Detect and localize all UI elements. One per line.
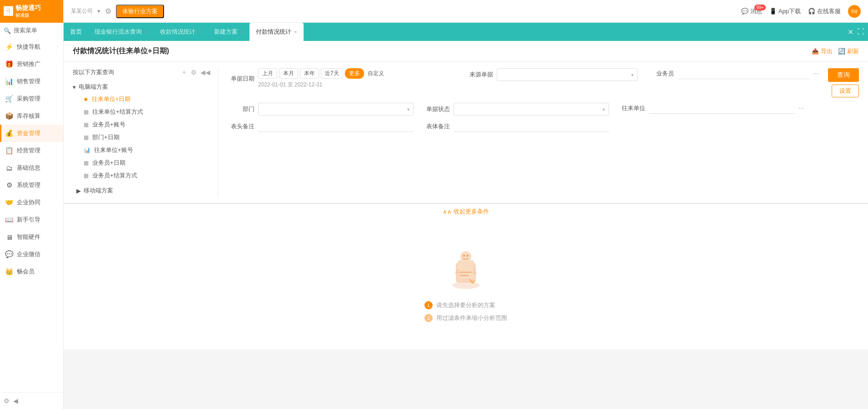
online-service-button[interactable]: 🎧 在线客服: [808, 7, 841, 15]
message-button[interactable]: 💬 消息 99+: [741, 7, 762, 15]
sidebar-item-collab[interactable]: 🤝企业协同: [0, 194, 63, 211]
bill-status-select[interactable]: ▾: [454, 103, 609, 116]
app-label: App下载: [778, 7, 801, 15]
sidebar-item-operation[interactable]: 📋经营管理: [0, 142, 63, 159]
tab-label-payment: 付款情况统计: [256, 28, 291, 36]
dept-select[interactable]: ▾: [258, 103, 414, 116]
scheme-item-6[interactable]: ▦业务员+结算方式: [73, 169, 210, 182]
scheme-settings-icon[interactable]: ⚙: [191, 69, 197, 76]
app-icon: 📱: [769, 8, 777, 15]
sidebar-item-marketing[interactable]: 🎁营销推广: [0, 56, 63, 73]
tab-income[interactable]: 收款情况统计×: [154, 23, 207, 41]
tab-close-bank[interactable]: ×: [145, 29, 147, 35]
collapse-more-btn[interactable]: ∧∧ 收起更多条件: [64, 203, 868, 219]
trial-button[interactable]: 体验行业方案: [116, 5, 164, 18]
sidebar-icon-quick-nav: ⚡: [5, 43, 13, 51]
custom-date-label[interactable]: 自定义: [368, 70, 384, 77]
settings-bottom-icon[interactable]: ⚙: [4, 397, 10, 404]
sidebar-item-member[interactable]: 👑畅会员: [0, 263, 63, 280]
scheme-title: 按以下方案查询: [73, 68, 114, 76]
date-btn-this-year[interactable]: 本年: [300, 68, 319, 79]
date-btn-this-month[interactable]: 本月: [279, 68, 298, 79]
refresh-button[interactable]: 🔄 刷新: [838, 47, 859, 56]
scheme-item-5[interactable]: ▦业务员+日期: [73, 157, 210, 169]
scheme-item-2[interactable]: ▦业务员+账号: [73, 118, 210, 131]
collapse-sidebar-icon[interactable]: ◀: [13, 397, 18, 404]
date-btn-7days[interactable]: 近7天: [321, 68, 343, 79]
source-dropdown-icon: ▾: [631, 72, 634, 77]
partner-input[interactable]: [649, 103, 795, 114]
pc-group-title[interactable]: ▾ 电脑端方案: [73, 81, 210, 93]
body-note-input[interactable]: [454, 121, 609, 132]
mobile-group-label: 移动端方案: [84, 187, 113, 195]
scheme-item-label-1: 往来单位+结算方式: [92, 108, 143, 116]
company-dropdown-icon[interactable]: ▾: [97, 8, 100, 15]
close-all-tabs-icon[interactable]: ✕: [848, 28, 853, 36]
scheme-item-4[interactable]: 📊往来单位+账号: [73, 144, 210, 157]
partner-dots-icon[interactable]: ···: [798, 104, 804, 112]
tab-close-payment[interactable]: ×: [294, 29, 297, 35]
scheme-panel: 按以下方案查询 ＋ ⚙ ◀◀ ▾ 电脑端方案 ●往来单位+日期▦往来单位+结算方…: [73, 68, 218, 197]
sidebar-item-wechat[interactable]: 💬企业微信: [0, 246, 63, 263]
app-download-button[interactable]: 📱 App下载: [769, 7, 801, 15]
query-button[interactable]: 查询: [828, 68, 859, 82]
settings-button[interactable]: 设置: [832, 85, 859, 97]
scheme-item-3[interactable]: ▦部门+日期: [73, 131, 210, 144]
source-select[interactable]: ▾: [497, 68, 638, 81]
header-settings-icon[interactable]: ⚙: [105, 7, 111, 15]
scheme-item-0[interactable]: ●往来单位+日期: [73, 93, 210, 106]
sidebar-item-finance[interactable]: 💰资金管理: [0, 125, 63, 142]
scheme-item-label-2: 业务员+账号: [92, 121, 125, 129]
sidebar-label-quick-nav: 快捷导航: [17, 43, 40, 51]
sidebar-item-hardware[interactable]: 🖥智能硬件: [0, 228, 63, 246]
svg-rect-6: [459, 272, 472, 273]
scheme-item-label-5: 业务员+日期: [92, 159, 125, 167]
sidebar-item-quick-nav[interactable]: ⚡快捷导航: [0, 38, 63, 56]
date-btn-more[interactable]: 更多: [345, 68, 364, 79]
export-icon: 📤: [812, 48, 819, 55]
sidebar-search[interactable]: 🔍 搜索菜单: [0, 23, 63, 38]
header-note-input[interactable]: [258, 121, 414, 132]
sidebar-icon-member: 👑: [5, 268, 13, 276]
staff-dots-icon[interactable]: ···: [813, 70, 819, 78]
tab-close-income[interactable]: ×: [198, 29, 201, 35]
tab-home[interactable]: 首页: [64, 23, 88, 41]
sidebar-icon-purchase: 🛒: [5, 95, 13, 103]
sidebar-label-collab: 企业协同: [17, 198, 40, 207]
header-note-label: 表头备注: [227, 122, 254, 131]
date-btn-last-month[interactable]: 上月: [258, 68, 277, 79]
scheme-item-1[interactable]: ▦往来单位+结算方式: [73, 106, 210, 118]
sidebar-item-inventory[interactable]: 📦库存核算: [0, 107, 63, 125]
empty-step-2: 2 用过滤条件来缩小分析范围: [424, 314, 507, 322]
scheme-item-label-4: 往来单位+账号: [94, 146, 133, 154]
sidebar-icon-sales: 📊: [5, 77, 13, 86]
sidebar-item-purchase[interactable]: 🛒采购管理: [0, 90, 63, 107]
export-label: 导出: [821, 47, 833, 56]
scheme-item-label-6: 业务员+结算方式: [92, 172, 137, 180]
service-icon: 🎧: [808, 8, 815, 15]
scheme-item-icon-4: 📊: [84, 147, 90, 153]
tab-bank[interactable]: 现金银行流水查询×: [88, 23, 154, 41]
tab-label-home: 首页: [70, 28, 82, 36]
body-note-label: 表体备注: [423, 122, 450, 131]
collapse-scheme-icon[interactable]: ◀◀: [200, 69, 210, 76]
tab-close-new[interactable]: ×: [240, 29, 243, 35]
tab-payment[interactable]: 付款情况统计×: [249, 23, 303, 41]
tab-new[interactable]: 新建方案×: [208, 23, 249, 41]
scheme-item-icon-1: ▦: [84, 109, 89, 115]
fullscreen-icon[interactable]: ⛶: [857, 28, 864, 36]
sidebar-item-basic[interactable]: 🗂基础信息: [0, 159, 63, 177]
add-scheme-icon[interactable]: ＋: [181, 68, 187, 76]
mobile-scheme-group: ▶ 移动端方案: [73, 184, 210, 197]
tab-label-bank: 现金银行流水查询: [95, 28, 142, 36]
pc-scheme-group: ▾ 电脑端方案 ●往来单位+日期▦往来单位+结算方式▦业务员+账号▦部门+日期📊…: [73, 81, 210, 182]
sidebar-item-guide[interactable]: 📖新手引导: [0, 211, 63, 228]
user-avatar[interactable]: Rit: [848, 5, 861, 18]
top-header: 某某公司 ▾ ⚙ 体验行业方案 💬 消息 99+ 📱 App下载 🎧 在线客服 …: [64, 0, 868, 23]
mobile-group-title[interactable]: ▶ 移动端方案: [73, 184, 210, 197]
sidebar-item-system[interactable]: ⚙系统管理: [0, 177, 63, 194]
sidebar-item-sales[interactable]: 📊销售管理: [0, 73, 63, 90]
logo-icon: 🅱: [4, 6, 13, 17]
export-button[interactable]: 📤 导出: [812, 47, 833, 56]
staff-input[interactable]: [678, 68, 809, 79]
